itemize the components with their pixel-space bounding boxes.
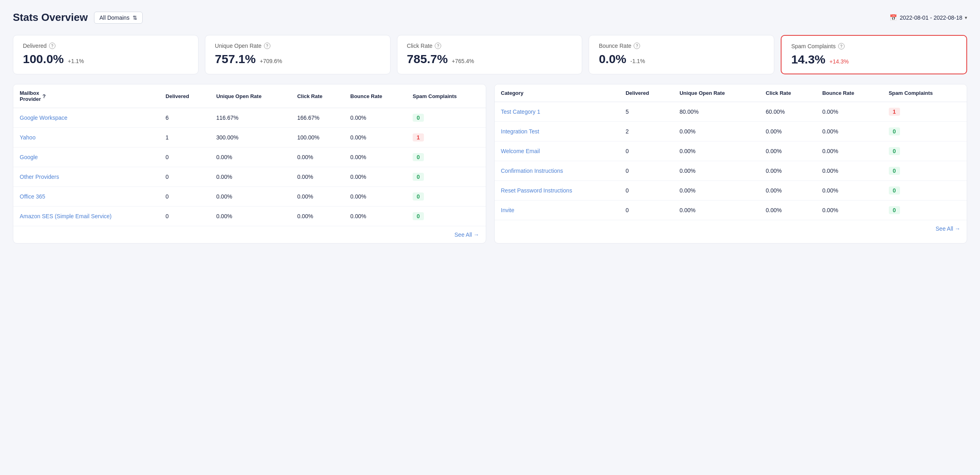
mailbox-name-cell[interactable]: Google (13, 147, 159, 167)
category-delivered-cell: 5 (619, 102, 673, 122)
category-see-all-link[interactable]: See All → (936, 225, 960, 232)
stat-value-delivered: 100.0% (23, 52, 64, 66)
col-mailbox-provider: MailboxProvider ? (13, 84, 159, 108)
category-table-row: Reset Password Instructions 0 0.00% 0.00… (495, 181, 967, 201)
stat-value-row-delivered: 100.0% +1.1% (23, 52, 188, 66)
category-table-row: Welcome Email 0 0.00% 0.00% 0.00% 0 (495, 141, 967, 161)
tables-row: MailboxProvider ? Delivered Unique Open … (13, 84, 967, 244)
col-cat-unique-open-rate: Unique Open Rate (673, 84, 759, 102)
category-spam-badge: 0 (889, 127, 900, 135)
stat-change-unique_open_rate: +709.6% (260, 58, 282, 64)
mailbox-bounce-rate-cell: 0.00% (344, 128, 406, 147)
category-spam-badge: 0 (889, 206, 900, 214)
stat-card-click_rate: Click Rate ? 785.7% +765.4% (397, 35, 583, 74)
category-click-rate-cell: 0.00% (759, 122, 816, 141)
stat-card-spam_complaints: Spam Complaints ? 14.3% +14.3% (781, 35, 967, 74)
mailbox-see-all-row: See All → (13, 226, 486, 243)
mailbox-name-cell[interactable]: Yahoo (13, 128, 159, 147)
stat-card-delivered: Delivered ? 100.0% +1.1% (13, 35, 198, 74)
category-name-cell[interactable]: Integration Test (495, 122, 619, 141)
date-range-value: 2022-08-01 - 2022-08-18 (900, 14, 962, 21)
category-spam-cell: 0 (882, 201, 967, 220)
category-delivered-cell: 2 (619, 122, 673, 141)
category-spam-badge: 0 (889, 147, 900, 155)
mailbox-table-row: Office 365 0 0.00% 0.00% 0.00% 0 (13, 187, 486, 207)
page-header: Stats Overview All Domains ⇅ 📅 2022-08-0… (13, 11, 967, 24)
stat-value-row-unique_open_rate: 757.1% +709.6% (215, 52, 381, 66)
mailbox-delivered-cell: 0 (159, 147, 210, 167)
category-bounce-rate-cell: 0.00% (816, 122, 882, 141)
stat-help-icon-spam_complaints[interactable]: ? (838, 43, 845, 49)
mailbox-name-cell[interactable]: Amazon SES (Simple Email Service) (13, 207, 159, 226)
stat-value-row-click_rate: 785.7% +765.4% (407, 52, 573, 66)
category-spam-cell: 0 (882, 141, 967, 161)
category-spam-cell: 0 (882, 122, 967, 141)
category-table: Category Delivered Unique Open Rate Clic… (495, 84, 967, 220)
mailbox-table-row: Yahoo 1 300.00% 100.00% 0.00% 1 (13, 128, 486, 147)
stat-card-bounce_rate: Bounce Rate ? 0.0% -1.1% (589, 35, 774, 74)
stat-value-click_rate: 785.7% (407, 52, 448, 66)
date-range-picker[interactable]: 📅 2022-08-01 - 2022-08-18 ▾ (890, 14, 967, 21)
mailbox-name-cell[interactable]: Office 365 (13, 187, 159, 207)
domain-select-value: All Domains (99, 14, 129, 21)
mailbox-spam-cell: 0 (406, 167, 486, 187)
category-bounce-rate-cell: 0.00% (816, 181, 882, 201)
category-spam-cell: 1 (882, 102, 967, 122)
mailbox-table-row: Google Workspace 6 116.67% 166.67% 0.00%… (13, 108, 486, 128)
category-click-rate-cell: 0.00% (759, 141, 816, 161)
category-name-cell[interactable]: Confirmation Instructions (495, 161, 619, 181)
category-spam-badge: 1 (889, 108, 900, 116)
category-name-cell[interactable]: Reset Password Instructions (495, 181, 619, 201)
category-table-row: Test Category 1 5 80.00% 60.00% 0.00% 1 (495, 102, 967, 122)
mailbox-spam-cell: 0 (406, 187, 486, 207)
stat-change-click_rate: +765.4% (452, 58, 474, 64)
stat-help-icon-delivered[interactable]: ? (49, 43, 55, 49)
mailbox-name-cell[interactable]: Google Workspace (13, 108, 159, 128)
mailbox-open-rate-cell: 0.00% (210, 187, 291, 207)
mailbox-provider-help-icon[interactable]: ? (43, 93, 46, 99)
category-spam-cell: 0 (882, 161, 967, 181)
col-cat-delivered: Delivered (619, 84, 673, 102)
mailbox-delivered-cell: 0 (159, 207, 210, 226)
category-spam-badge: 0 (889, 167, 900, 175)
category-delivered-cell: 0 (619, 141, 673, 161)
category-open-rate-cell: 80.00% (673, 102, 759, 122)
mailbox-spam-cell: 0 (406, 108, 486, 128)
mailbox-delivered-cell: 6 (159, 108, 210, 128)
col-bounce-rate: Bounce Rate (344, 84, 406, 108)
mailbox-open-rate-cell: 300.00% (210, 128, 291, 147)
mailbox-spam-badge: 0 (413, 114, 424, 122)
mailbox-open-rate-cell: 0.00% (210, 167, 291, 187)
stat-value-row-bounce_rate: 0.0% -1.1% (599, 52, 764, 66)
mailbox-provider-table-card: MailboxProvider ? Delivered Unique Open … (13, 84, 486, 244)
stat-help-icon-bounce_rate[interactable]: ? (634, 43, 640, 49)
category-name-cell[interactable]: Welcome Email (495, 141, 619, 161)
mailbox-spam-cell: 0 (406, 147, 486, 167)
mailbox-bounce-rate-cell: 0.00% (344, 207, 406, 226)
mailbox-spam-badge: 0 (413, 212, 424, 220)
mailbox-see-all-link[interactable]: See All → (454, 231, 479, 238)
category-name-cell[interactable]: Invite (495, 201, 619, 220)
page-title: Stats Overview (13, 11, 88, 24)
category-bounce-rate-cell: 0.00% (816, 102, 882, 122)
category-delivered-cell: 0 (619, 201, 673, 220)
stat-help-icon-click_rate[interactable]: ? (435, 43, 441, 49)
stat-label-delivered: Delivered ? (23, 43, 188, 49)
stat-label-spam_complaints: Spam Complaints ? (791, 43, 957, 49)
category-open-rate-cell: 0.00% (673, 161, 759, 181)
category-name-cell[interactable]: Test Category 1 (495, 102, 619, 122)
mailbox-click-rate-cell: 100.00% (291, 128, 344, 147)
category-bounce-rate-cell: 0.00% (816, 141, 882, 161)
col-unique-open-rate: Unique Open Rate (210, 84, 291, 108)
mailbox-spam-cell: 0 (406, 207, 486, 226)
mailbox-bounce-rate-cell: 0.00% (344, 187, 406, 207)
domain-select[interactable]: All Domains ⇅ (94, 12, 143, 24)
category-table-row: Confirmation Instructions 0 0.00% 0.00% … (495, 161, 967, 181)
stat-card-unique_open_rate: Unique Open Rate ? 757.1% +709.6% (205, 35, 391, 74)
mailbox-click-rate-cell: 166.67% (291, 108, 344, 128)
mailbox-name-cell[interactable]: Other Providers (13, 167, 159, 187)
stat-help-icon-unique_open_rate[interactable]: ? (264, 43, 270, 49)
col-click-rate: Click Rate (291, 84, 344, 108)
category-table-card: Category Delivered Unique Open Rate Clic… (494, 84, 968, 244)
mailbox-open-rate-cell: 0.00% (210, 147, 291, 167)
